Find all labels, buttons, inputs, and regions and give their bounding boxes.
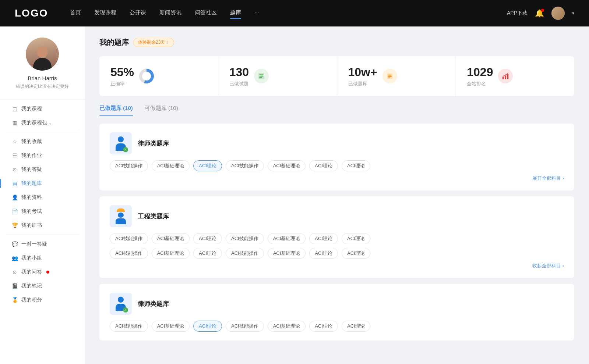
stat-banks-text: 10w+ 已做题库	[348, 65, 377, 87]
lawyer-icon-1: ✓	[110, 132, 132, 154]
avatar-image	[551, 7, 565, 20]
lawyer-head-2	[118, 297, 124, 303]
points-icon: 🏅	[12, 297, 18, 303]
nav-qa[interactable]: 问答社区	[195, 9, 217, 18]
lawyer-check-2: ✓	[123, 307, 128, 313]
svg-rect-3	[260, 77, 262, 78]
stat-rank-text: 1029 全站排名	[467, 65, 493, 87]
tag-3-6[interactable]: ACI理论	[309, 321, 338, 332]
sidebar-item-points-label: 我的积分	[21, 297, 42, 303]
user-dropdown-icon[interactable]: ▾	[572, 11, 574, 16]
qbank-card-lawyer-2: ✓ 律师类题库 ACI技能操作 ACI基础理论 ACI理论 ACI技能操作 AC…	[99, 284, 574, 340]
sidebar-item-exam-label: 我的考试	[21, 208, 42, 215]
collapse-btn-2[interactable]: 收起全部科目 ›	[110, 263, 564, 269]
tag-1-3[interactable]: ACI理论	[193, 160, 222, 171]
nav-more[interactable]: ···	[254, 9, 259, 18]
sidebar-username: Brian Harris	[28, 75, 57, 81]
trial-badge: 体验剩余23天！	[133, 38, 174, 47]
tag-3-5[interactable]: ACI基础理论	[268, 321, 306, 332]
sidebar-item-notes[interactable]: 📓 我的笔记	[6, 279, 79, 293]
tag-3-4[interactable]: ACI技能操作	[226, 321, 264, 332]
main-nav: 首页 发现课程 公开课 新闻资讯 问答社区 题库 ···	[70, 9, 492, 18]
sidebar-avatar	[26, 38, 59, 71]
sidebar-item-favorites[interactable]: ☆ 我的收藏	[6, 135, 79, 149]
tab-done[interactable]: 已做题库 (10)	[99, 105, 133, 115]
sidebar-item-points[interactable]: 🏅 我的积分	[6, 293, 79, 307]
sidebar-item-exam[interactable]: 📄 我的考试	[6, 204, 79, 218]
tag-2-2[interactable]: ACI基础理论	[152, 233, 190, 244]
sidebar-motto: 错误的决定比没有决定要好	[8, 83, 76, 90]
lawyer-body-1: ✓	[116, 143, 126, 151]
stat-questions-label: 已做试题	[229, 81, 249, 87]
sidebar-item-profile[interactable]: 👤 我的资料	[6, 190, 79, 204]
engineer-figure	[116, 205, 126, 227]
notes-icon: 📓	[12, 283, 18, 289]
sidebar-item-1on1[interactable]: 💬 一对一答疑	[6, 237, 79, 251]
sidebar-item-qbank[interactable]: ▤ 我的题库	[6, 176, 79, 190]
sidebar-item-1on1-label: 一对一答疑	[21, 241, 47, 247]
tag-1-5[interactable]: ACI基础理论	[268, 160, 306, 171]
sidebar-item-qa[interactable]: ⊙ 我的答疑	[6, 163, 79, 176]
sidebar-item-mycourse-label: 我的课程	[21, 106, 42, 112]
sidebar-item-cert[interactable]: 🏆 我的证书	[6, 218, 79, 232]
tag-2-12[interactable]: ACI基础理论	[268, 248, 306, 259]
tag-3-3[interactable]: ACI理论	[193, 321, 222, 332]
nav-discover[interactable]: 发现课程	[94, 9, 116, 18]
stat-questions-text: 130 已做试题	[229, 65, 249, 87]
sidebar-item-myqa[interactable]: ⊙ 我的问答	[6, 265, 79, 279]
sidebar-item-group[interactable]: 👥 我的小组	[6, 251, 79, 265]
sidebar-item-mycourse[interactable]: ▢ 我的课程	[6, 102, 79, 116]
tag-2-4[interactable]: ACI技能操作	[226, 233, 264, 244]
svg-rect-7	[388, 78, 390, 78]
star-icon: ☆	[12, 139, 18, 144]
lawyer-figure-1: ✓	[113, 132, 128, 154]
tag-2-13[interactable]: ACI理论	[309, 248, 338, 259]
engineer-head	[118, 213, 124, 218]
stat-rank: 1029 全站排名	[456, 56, 574, 96]
sidebar-item-favorites-label: 我的收藏	[21, 138, 42, 145]
logo: LOGO	[15, 7, 48, 19]
tag-1-7[interactable]: ACI理论	[342, 160, 370, 171]
tag-3-1[interactable]: ACI技能操作	[110, 321, 148, 332]
lawyer-head-1	[118, 136, 124, 142]
sidebar-item-coursepack[interactable]: ▦ 我的课程包...	[6, 116, 79, 130]
tag-2-7[interactable]: ACI理论	[342, 233, 370, 244]
stat-banks-label: 已做题库	[348, 81, 377, 87]
tag-3-7[interactable]: ACI理论	[342, 321, 370, 332]
nav-qbank[interactable]: 题库	[230, 9, 241, 18]
tag-2-3[interactable]: ACI理论	[193, 233, 222, 244]
tag-1-6[interactable]: ACI理论	[309, 160, 338, 171]
myqa-icon: ⊙	[12, 269, 18, 275]
svg-rect-5	[388, 75, 391, 76]
tag-2-6[interactable]: ACI理论	[309, 233, 338, 244]
tag-2-11[interactable]: ACI技能操作	[226, 248, 264, 259]
tag-2-8[interactable]: ACI技能操作	[110, 248, 148, 259]
notification-bell-icon[interactable]: 🔔	[535, 9, 544, 18]
tag-2-10[interactable]: ACI理论	[193, 248, 222, 259]
tab-available[interactable]: 可做题库 (10)	[145, 105, 178, 115]
avatar[interactable]	[551, 7, 565, 20]
nav-news[interactable]: 新闻资讯	[159, 9, 181, 18]
qbank-title-lawyer-2: 律师类题库	[138, 300, 169, 308]
sidebar-item-homework[interactable]: ☰ 我的作业	[6, 149, 79, 163]
svg-rect-9	[505, 75, 507, 79]
tag-2-14[interactable]: ACI理论	[342, 248, 370, 259]
engineer-helmet	[117, 208, 125, 212]
nav-home[interactable]: 首页	[70, 9, 81, 18]
tag-2-1[interactable]: ACI技能操作	[110, 233, 148, 244]
qbank-card-engineer-header: 工程类题库	[110, 205, 564, 227]
svg-rect-1	[260, 75, 264, 75]
qbank-icon: ▤	[12, 181, 18, 186]
sidebar-item-group-label: 我的小组	[21, 255, 42, 261]
expand-btn-1[interactable]: 展开全部科目 ›	[110, 175, 564, 182]
tag-1-2[interactable]: ACI基础理论	[152, 160, 190, 171]
tag-2-5[interactable]: ACI基础理论	[268, 233, 306, 244]
tag-1-1[interactable]: ACI技能操作	[110, 160, 148, 171]
stat-banks: 10w+ 已做题库	[337, 56, 456, 96]
tag-3-2[interactable]: ACI基础理论	[152, 321, 190, 332]
app-download-button[interactable]: APP下载	[507, 10, 528, 17]
tag-1-4[interactable]: ACI技能操作	[226, 160, 264, 171]
nav-open-course[interactable]: 公开课	[130, 9, 146, 18]
tag-2-9[interactable]: ACI基础理论	[152, 248, 190, 259]
qbank-tags-lawyer-1: ACI技能操作 ACI基础理论 ACI理论 ACI技能操作 ACI基础理论 AC…	[110, 160, 564, 171]
